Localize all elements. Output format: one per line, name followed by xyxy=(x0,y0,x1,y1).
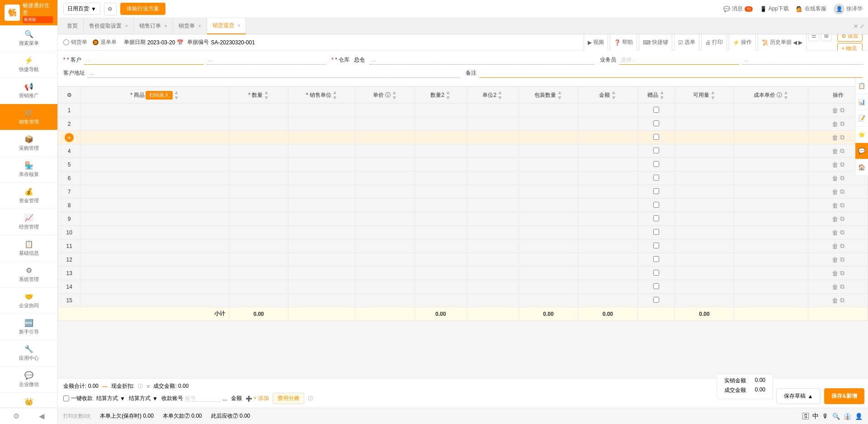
sidebar-item-purchase[interactable]: 📦 采购管理 xyxy=(0,130,57,157)
delete-icon[interactable]: 🗑 xyxy=(832,148,838,155)
unit-cell[interactable] xyxy=(288,131,355,144)
scan-button[interactable]: 扫码录入 xyxy=(146,91,173,100)
sidebar-item-inventory[interactable]: 🏪 库存核算 xyxy=(0,157,57,183)
save-new-button[interactable]: 保存&新增 xyxy=(824,388,864,404)
customer-select[interactable]: ... xyxy=(207,55,326,65)
tab-sales-order[interactable]: 销售订单 × xyxy=(134,18,173,34)
price-cell[interactable] xyxy=(355,117,415,131)
delete-icon[interactable]: 🗑 xyxy=(832,256,838,263)
return-radio[interactable] xyxy=(93,39,99,45)
delete-icon[interactable]: 🗑 xyxy=(832,202,838,209)
copy-icon[interactable]: ⧉ xyxy=(840,269,844,277)
close-icon[interactable]: × xyxy=(238,23,241,28)
customer-input[interactable] xyxy=(84,55,204,65)
close-icon[interactable]: × xyxy=(125,24,128,29)
expand-tab-icon[interactable]: ⤢ xyxy=(860,23,864,29)
sidebar-item-vip[interactable]: 👑 畅会员 xyxy=(0,393,57,408)
close-icon[interactable]: × xyxy=(198,24,201,29)
product-cell[interactable] xyxy=(80,104,229,117)
one-click-payment[interactable]: 一键收款 xyxy=(63,395,93,402)
quantity-cell[interactable] xyxy=(229,117,288,131)
delete-icon[interactable]: 🗑 xyxy=(832,107,838,114)
message-button[interactable]: 💬 消息 70 xyxy=(723,5,753,13)
price-cell[interactable] xyxy=(355,104,415,117)
product-cell[interactable] xyxy=(80,117,229,131)
amount-cell[interactable] xyxy=(578,117,637,131)
pack-qty-cell[interactable] xyxy=(519,131,578,144)
copy-icon[interactable]: ⧉ xyxy=(840,201,844,209)
product-cell[interactable] xyxy=(80,144,229,158)
online-service-button[interactable]: 💁 在线客服 xyxy=(796,5,826,13)
sales-radio[interactable] xyxy=(63,39,69,45)
calc-method-select[interactable]: 结算方式 ▼ xyxy=(129,395,158,402)
delete-icon[interactable]: 🗑 xyxy=(832,120,838,128)
add-button[interactable]: ➕ + 添加 xyxy=(245,395,269,402)
trial-button[interactable]: 体验行业方案 xyxy=(120,3,165,15)
sidebar-item-system[interactable]: ⚙ 系统管理 xyxy=(0,262,57,288)
unit-cell[interactable] xyxy=(288,104,355,117)
delete-icon[interactable]: 🗑 xyxy=(832,229,838,236)
taskbar-icon-5[interactable]: 👔 xyxy=(844,413,851,420)
gift-cell[interactable] xyxy=(637,117,675,131)
copy-icon[interactable]: ⧉ xyxy=(840,188,844,195)
table-scroll[interactable]: ⚙ * 商品 扫码录入 ▲▼ xyxy=(58,86,868,378)
copy-icon[interactable]: ⧉ xyxy=(840,174,844,182)
quantity-cell[interactable] xyxy=(229,104,288,117)
sidebar-item-newbie[interactable]: 🆕 新手引导 xyxy=(0,314,57,340)
copy-icon[interactable]: ⧉ xyxy=(840,296,844,304)
copy-icon[interactable]: ⧉ xyxy=(840,120,844,128)
th-settings[interactable]: ⚙ xyxy=(58,87,80,104)
quantity-cell[interactable] xyxy=(229,131,288,144)
unit2-cell[interactable] xyxy=(467,104,519,117)
gift-checkbox[interactable] xyxy=(653,270,659,276)
gift-checkbox[interactable] xyxy=(653,243,659,248)
unit2-cell[interactable] xyxy=(467,117,519,131)
gift-checkbox[interactable] xyxy=(653,134,659,140)
pack-qty-input[interactable] xyxy=(521,107,576,114)
discount-info-icon[interactable]: ⓘ xyxy=(138,383,143,390)
settings-right-button[interactable]: ⚙ 设置 xyxy=(837,34,863,42)
settings-gear-button[interactable]: ⚙ xyxy=(104,3,117,15)
sidebar-item-marketing[interactable]: 📢 营销推广 xyxy=(0,78,57,104)
delete-icon[interactable]: 🗑 xyxy=(832,215,838,223)
app-download-button[interactable]: 📱 App下载 xyxy=(760,5,789,13)
delete-icon[interactable]: 🗑 xyxy=(832,283,838,291)
side-action-2[interactable]: 📊 xyxy=(855,94,868,110)
ellipsis-icon[interactable]: ... xyxy=(223,395,227,402)
warehouse-select[interactable]: ... xyxy=(369,55,594,65)
sidebar-item-search[interactable]: 🔍 搜索菜单 xyxy=(0,25,57,52)
delete-icon[interactable]: 🗑 xyxy=(832,134,838,141)
amount-cell[interactable] xyxy=(578,104,637,117)
delete-icon[interactable]: 🗑 xyxy=(832,297,838,304)
user-menu[interactable]: 👤 徐泽华 xyxy=(834,4,863,14)
qty2-cell[interactable] xyxy=(415,104,467,117)
sidebar-item-shortcut[interactable]: ⚡ 快捷导航 xyxy=(0,52,57,78)
pack-qty-cell[interactable] xyxy=(519,104,578,117)
one-click-checkbox[interactable] xyxy=(63,395,69,401)
amount-input[interactable] xyxy=(580,107,635,114)
gift-cell[interactable] xyxy=(637,131,675,144)
price-cell[interactable] xyxy=(355,131,415,144)
sidebar-item-basic[interactable]: 📋 基础信息 xyxy=(0,235,57,262)
remarks-input[interactable] xyxy=(479,68,863,78)
side-action-3[interactable]: 📝 xyxy=(855,110,868,127)
price-input[interactable] xyxy=(357,107,412,114)
taskbar-icon-3[interactable]: 🎙 xyxy=(822,413,829,420)
unit-cell[interactable] xyxy=(288,117,355,131)
side-action-4[interactable]: ⭐ xyxy=(855,127,868,143)
amount-cell[interactable] xyxy=(578,131,637,144)
grid-view-button[interactable]: ⊞ xyxy=(821,34,832,41)
category-dropdown[interactable]: 日用百货 ▼ xyxy=(63,3,100,15)
return-radio-label[interactable]: 退单单 xyxy=(93,38,117,46)
sidebar-item-apps[interactable]: 🔧 应用中心 xyxy=(0,340,57,367)
product-input[interactable] xyxy=(82,134,227,141)
gift-checkbox[interactable] xyxy=(653,256,659,262)
settings-icon[interactable]: ⚙ xyxy=(13,412,19,420)
account-input[interactable] xyxy=(185,395,221,402)
product-input[interactable] xyxy=(82,107,227,114)
gift-checkbox[interactable] xyxy=(653,161,659,167)
copy-icon[interactable]: ⧉ xyxy=(840,215,844,223)
product-input[interactable] xyxy=(82,121,227,127)
account-select[interactable]: 收款账号 ... xyxy=(161,395,227,402)
side-action-5[interactable]: 💬 xyxy=(855,143,868,159)
